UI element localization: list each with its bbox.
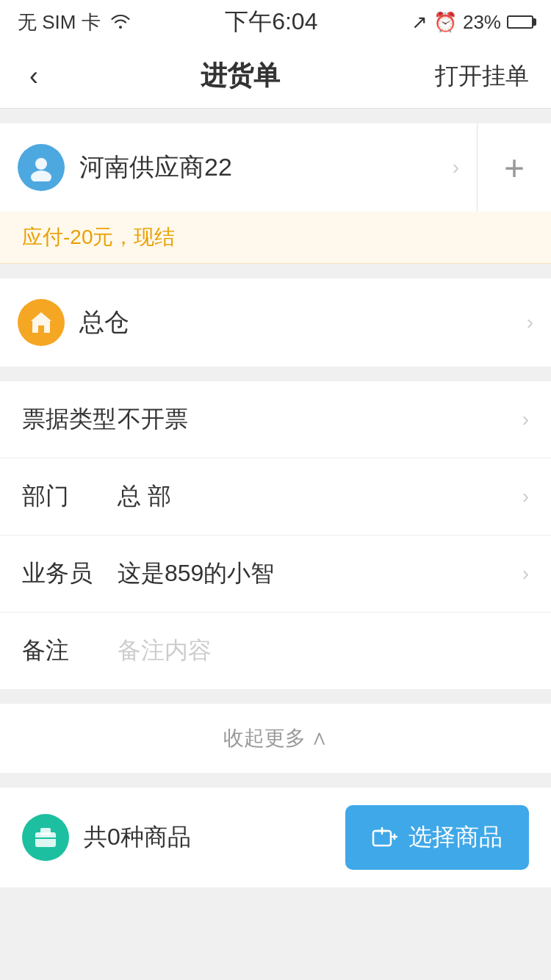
wifi-icon	[109, 11, 132, 34]
warehouse-name: 总仓	[79, 306, 527, 339]
alarm-icon: ⏰	[433, 11, 457, 34]
remark-label: 备注	[22, 635, 118, 667]
nav-bar: ‹ 进货单 打开挂单	[0, 44, 551, 109]
page-title: 进货单	[201, 58, 280, 94]
back-button[interactable]: ‹	[22, 54, 46, 99]
bottom-bg	[0, 887, 551, 980]
svg-point-1	[31, 170, 51, 181]
svg-point-0	[35, 158, 47, 170]
battery-percent: 23%	[463, 11, 501, 34]
carrier-text: 无 SIM 卡	[18, 10, 101, 35]
department-value: 总 部	[118, 480, 522, 513]
select-product-button[interactable]: 选择商品	[345, 805, 529, 870]
warehouse-section[interactable]: 总仓 ›	[0, 278, 551, 367]
remark-row[interactable]: 备注 备注内容	[0, 613, 551, 689]
warehouse-icon	[18, 299, 65, 346]
supplier-name: 河南供应商22	[79, 151, 453, 184]
section-gap-1	[0, 109, 551, 123]
invoice-type-chevron-icon: ›	[522, 408, 529, 431]
salesperson-value: 这是859的小智	[118, 558, 522, 590]
add-supplier-button[interactable]: +	[478, 123, 551, 212]
supplier-section: 河南供应商22 › +	[0, 123, 551, 212]
invoice-type-row[interactable]: 票据类型 不开票 ›	[0, 381, 551, 458]
status-bar: 无 SIM 卡 下午6:04 ↗ ⏰ 23%	[0, 0, 551, 44]
open-pending-button[interactable]: 打开挂单	[435, 60, 529, 93]
supplier-chevron-icon: ›	[453, 156, 459, 179]
collapse-label: 收起更多 ∧	[223, 724, 328, 752]
department-chevron-icon: ›	[522, 485, 529, 508]
collapse-button[interactable]: 收起更多 ∧	[0, 704, 551, 773]
battery-icon	[507, 15, 533, 29]
salesperson-chevron-icon: ›	[522, 562, 529, 586]
salesperson-label: 业务员	[22, 558, 118, 590]
select-product-label: 选择商品	[408, 821, 503, 854]
location-icon: ↗	[411, 11, 428, 34]
salesperson-row[interactable]: 业务员 这是859的小智 ›	[0, 536, 551, 613]
product-icon	[22, 814, 69, 861]
warehouse-chevron-icon: ›	[527, 311, 533, 334]
invoice-type-label: 票据类型	[22, 403, 118, 436]
product-count-text: 共0种商品	[84, 821, 331, 854]
status-right: ↗ ⏰ 23%	[411, 11, 533, 34]
invoice-type-value: 不开票	[118, 403, 522, 436]
supplier-main[interactable]: 河南供应商22 ›	[0, 123, 478, 212]
remark-input[interactable]: 备注内容	[118, 635, 529, 667]
notice-bar: 应付-20元，现结	[0, 212, 551, 264]
notice-text: 应付-20元，现结	[22, 226, 175, 248]
product-section: 共0种商品 选择商品	[0, 788, 551, 887]
department-row[interactable]: 部门 总 部 ›	[0, 458, 551, 536]
svg-marker-3	[31, 312, 51, 321]
status-left: 无 SIM 卡	[18, 10, 132, 35]
svg-rect-6	[40, 828, 51, 835]
department-label: 部门	[22, 480, 118, 513]
form-section: 票据类型 不开票 › 部门 总 部 › 业务员 这是859的小智 › 备注 备注…	[0, 381, 551, 689]
supplier-avatar	[18, 144, 65, 191]
status-time: 下午6:04	[225, 6, 317, 38]
svg-rect-4	[38, 325, 44, 333]
